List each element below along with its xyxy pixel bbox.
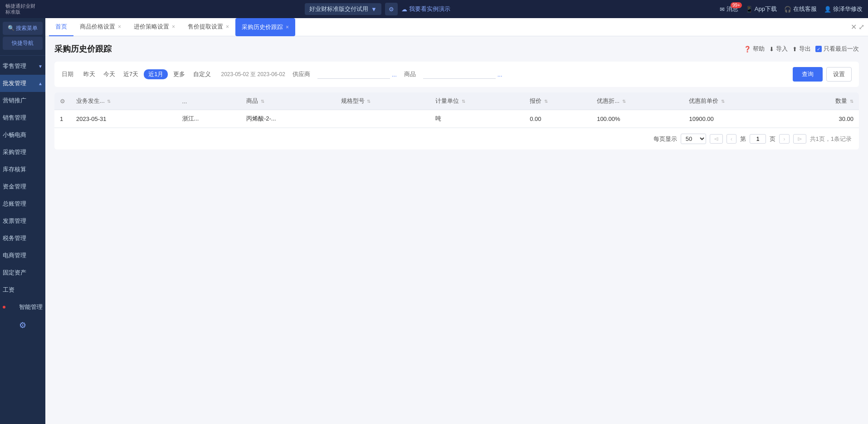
content-area: 首页 商品价格设置 × 进价策略设置 × 售价提取设置 × 采购历史价跟踪 × … — [45, 18, 868, 424]
sort-icon: ⇅ — [622, 99, 626, 104]
sidebar-item-retail[interactable]: 零售管理 ▼ — [0, 58, 45, 75]
sidebar-item-general-ledger[interactable]: 总账管理 — [0, 195, 45, 212]
tab-home[interactable]: 首页 — [49, 18, 73, 36]
app-download-button[interactable]: 📱 App下载 — [746, 5, 777, 13]
sidebar-item-marketing[interactable]: 营销推广 — [0, 92, 45, 109]
prev-page-button[interactable]: ‹ — [727, 134, 736, 144]
data-table: ⚙ 业务发生... ⇅ ... 商品 ⇅ — [54, 92, 859, 128]
tab-price-settings[interactable]: 商品价格设置 × — [73, 18, 127, 36]
supplier-input[interactable] — [317, 70, 390, 79]
table-row: 1 2023-05-31 浙江... 丙烯酸-2-... 吨 0.00 100.… — [54, 110, 859, 128]
sidebar-item-inventory[interactable]: 库存核算 — [0, 161, 45, 178]
last-page-button[interactable]: ⊳ — [793, 134, 806, 144]
date-more-button[interactable]: 更多 — [171, 69, 188, 79]
th-unit[interactable]: 计量单位 ⇅ — [430, 92, 524, 110]
sidebar-item-label: 营销推广 — [3, 96, 26, 105]
sidebar-item-label: 小畅电商 — [3, 131, 26, 139]
page-actions: ❓ 帮助 ⬇ 导入 ⬆ 导出 ✓ 只看最后一次 — [744, 45, 859, 53]
sidebar-item-purchase[interactable]: 采购管理 — [0, 144, 45, 161]
product-input[interactable] — [423, 70, 496, 79]
message-button[interactable]: ✉ 消息 99+ — [720, 5, 738, 13]
import-button[interactable]: ⬇ 导入 — [769, 45, 788, 53]
page-title: 采购历史价跟踪 — [54, 43, 112, 54]
online-service-button[interactable]: 🎧 在线客服 — [784, 5, 817, 13]
th-discount[interactable]: 优惠折... ⇅ — [591, 92, 683, 110]
date-yesterday-button[interactable]: 昨天 — [81, 69, 98, 79]
th-price-before-discount[interactable]: 优惠前单价 ⇅ — [683, 92, 792, 110]
sidebar-item-salary[interactable]: 工资 — [0, 281, 45, 299]
cell-price-before-discount: 10900.00 — [683, 110, 792, 128]
th-gear: ⚙ — [54, 92, 71, 110]
next-page-button[interactable]: › — [779, 134, 789, 144]
sidebar-item-ecommerce-small[interactable]: 小畅电商 — [0, 126, 45, 144]
page-number-input[interactable] — [750, 134, 766, 144]
page-header: 采购历史价跟踪 ❓ 帮助 ⬇ 导入 ⬆ 导出 ✓ — [54, 43, 859, 54]
date-last1month-button[interactable]: 近1月 — [144, 69, 168, 79]
help-button[interactable]: ❓ 帮助 — [744, 45, 765, 53]
cell-unit: 吨 — [430, 110, 524, 128]
cell-more: 浙江... — [177, 110, 241, 128]
sort-icon: ⇅ — [462, 99, 465, 104]
sort-icon: ⇅ — [850, 99, 853, 104]
tab-close-all-button[interactable]: ✕ — [851, 23, 857, 31]
sidebar-item-finance[interactable]: 资金管理 — [0, 178, 45, 195]
date-filter-label: 日期 — [62, 70, 73, 78]
first-page-button[interactable]: ⊲ — [710, 134, 723, 144]
export-button[interactable]: ⬆ 导出 — [792, 45, 811, 53]
pagination-bar: 每页显示 10 20 50 100 ⊲ ‹ 第 页 › ⊳ 共1页，1条记录 — [54, 128, 859, 149]
sidebar-item-label: 电商管理 — [3, 251, 26, 260]
date-today-button[interactable]: 今天 — [101, 69, 118, 79]
query-button[interactable]: 查询 — [793, 67, 823, 82]
top-bar-center: 好业财标准版交付试用 ▼ ⚙ ☁ 我要看实例演示 — [305, 3, 450, 15]
app-logo: 畅捷通好业财 标准版 — [5, 3, 35, 15]
product-more-button[interactable]: ... — [497, 71, 502, 78]
date-last7days-button[interactable]: 近7天 — [121, 69, 141, 79]
page-size-select[interactable]: 10 20 50 100 — [681, 134, 706, 144]
sort-icon: ⇅ — [261, 99, 264, 104]
search-menu-button[interactable]: 🔍 搜索菜单 — [3, 22, 43, 35]
date-custom-button[interactable]: 自定义 — [190, 69, 214, 79]
th-date[interactable]: 业务发生... ⇅ — [71, 92, 177, 110]
close-tab-purchase-strategy[interactable]: × — [172, 24, 175, 30]
sidebar: 🔍 搜索菜单 快捷导航 零售管理 ▼ 批发管理 ▲ 营销推广 销售管理 小畅电商… — [0, 18, 45, 424]
column-settings-icon[interactable]: ⚙ — [60, 98, 65, 105]
tab-purchase-history[interactable]: 采购历史价跟踪 × — [235, 18, 295, 36]
tab-expand-button[interactable]: ⤢ — [858, 23, 864, 31]
tab-purchase-strategy[interactable]: 进价策略设置 × — [127, 18, 181, 36]
mobile-icon: 📱 — [746, 6, 753, 13]
filter-row: 日期 昨天 今天 近7天 近1月 更多 自定义 2023-05-02 至 202… — [62, 67, 852, 82]
demo-button[interactable]: ☁ 我要看实例演示 — [401, 5, 450, 13]
sidebar-item-ecommerce[interactable]: 电商管理 — [0, 247, 45, 264]
th-quoted-price[interactable]: 报价 ⇅ — [524, 92, 591, 110]
cloud-icon: ☁ — [401, 6, 407, 13]
th-more[interactable]: ... — [177, 92, 241, 110]
sidebar-item-invoice[interactable]: 发票管理 — [0, 212, 45, 230]
user-menu-button[interactable]: 👤 徐泽华修改 — [824, 5, 863, 13]
close-tab-sale-extract[interactable]: × — [226, 24, 229, 30]
sidebar-item-smart[interactable]: 智能管理 — [0, 299, 45, 316]
cell-quantity: 30.00 — [792, 110, 859, 128]
supplier-input-wrap: ... — [317, 70, 397, 79]
sidebar-item-label: 发票管理 — [3, 217, 26, 225]
sidebar-item-fixed-assets[interactable]: 固定资产 — [0, 264, 45, 281]
tab-sale-extract[interactable]: 售价提取设置 × — [181, 18, 235, 36]
setting-button[interactable]: 设置 — [826, 67, 852, 82]
only-last-checkbox[interactable]: ✓ 只看最后一次 — [815, 45, 859, 53]
th-quantity[interactable]: 数量 ⇅ — [792, 92, 859, 110]
gear-icon: ⚙ — [19, 321, 26, 330]
th-product[interactable]: 商品 ⇅ — [241, 92, 336, 110]
sidebar-settings-button[interactable]: ⚙ — [0, 316, 45, 335]
quick-nav-button[interactable]: 快捷导航 — [3, 37, 43, 50]
sort-icon: ⇅ — [721, 99, 725, 104]
sidebar-item-wholesale[interactable]: 批发管理 ▲ — [0, 75, 45, 92]
sidebar-item-tax[interactable]: 税务管理 — [0, 230, 45, 247]
close-tab-purchase-history[interactable]: × — [286, 24, 289, 30]
config-gear-button[interactable]: ⚙ — [385, 3, 398, 15]
supplier-more-button[interactable]: ... — [392, 71, 397, 78]
sidebar-item-label: 库存核算 — [3, 165, 26, 173]
close-tab-price-settings[interactable]: × — [118, 24, 121, 30]
version-selector[interactable]: 好业财标准版交付试用 ▼ — [305, 3, 381, 15]
th-spec[interactable]: 规格型号 ⇅ — [336, 92, 430, 110]
sidebar-item-sales[interactable]: 销售管理 — [0, 109, 45, 126]
sort-icon: ⇅ — [107, 99, 111, 104]
